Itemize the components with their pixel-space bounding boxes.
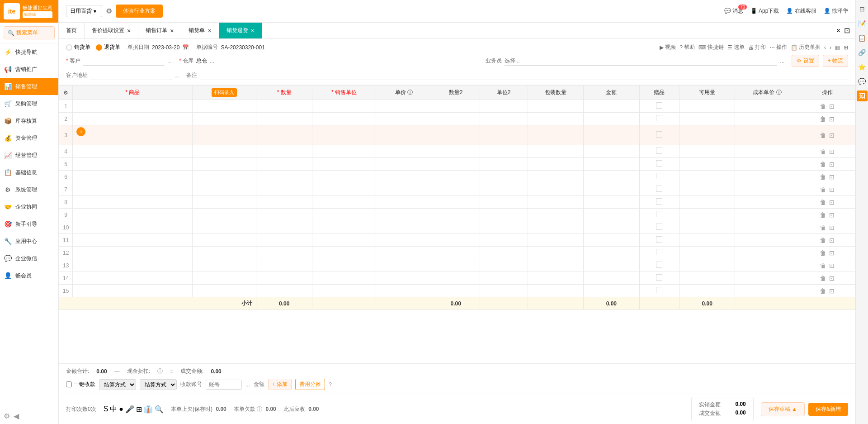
copy-row-icon-12[interactable]: ⊡ xyxy=(829,249,835,257)
amount-cell-6[interactable] xyxy=(584,171,640,183)
product-cell-9[interactable] xyxy=(73,209,193,221)
cost-price-cell-13[interactable] xyxy=(735,259,799,272)
product-cell-14[interactable] xyxy=(73,272,193,285)
quantity-cell-9[interactable] xyxy=(256,209,312,221)
gift-checkbox-11[interactable] xyxy=(656,236,662,243)
quantity-cell-12[interactable] xyxy=(256,247,312,259)
delete-row-icon-14[interactable]: 🗑 xyxy=(820,275,826,282)
sidebar-settings-btn[interactable]: ⚙ xyxy=(4,412,10,420)
delete-row-icon-4[interactable]: 🗑 xyxy=(820,148,826,155)
unit2-cell-13[interactable] xyxy=(480,259,528,272)
gift-checkbox-7[interactable] xyxy=(656,186,662,192)
unit-price-cell-3[interactable] xyxy=(376,125,432,145)
action-video[interactable]: ▶ 视频 xyxy=(660,43,676,51)
warehouse-dots[interactable]: ... xyxy=(210,58,214,64)
quantity2-cell-5[interactable] xyxy=(432,158,480,171)
cost-price-cell-8[interactable] xyxy=(735,196,799,209)
delete-row-icon-5[interactable]: 🗑 xyxy=(820,161,826,168)
sidebar-item-member[interactable]: 👤 畅会员 xyxy=(0,267,58,284)
product-cell-13[interactable] xyxy=(73,259,193,272)
sales-unit-cell-15[interactable] xyxy=(312,285,376,297)
gift-checkbox-12[interactable] xyxy=(656,249,662,255)
gift-checkbox-1[interactable] xyxy=(656,102,662,109)
pkg-qty-cell-7[interactable] xyxy=(528,183,584,196)
available-cell-4[interactable] xyxy=(679,145,735,158)
copy-row-icon-15[interactable]: ⊡ xyxy=(829,287,835,295)
delete-row-icon-1[interactable]: 🗑 xyxy=(820,103,826,110)
sales-unit-cell-1[interactable] xyxy=(312,100,376,113)
gift-cell-1[interactable] xyxy=(639,100,679,113)
save-draft-button[interactable]: 保存草稿 ▲ xyxy=(761,402,805,416)
right-panel-icon-5[interactable]: ⭐ xyxy=(857,62,868,72)
gift-checkbox-6[interactable] xyxy=(656,173,662,179)
quantity-cell-8[interactable] xyxy=(256,196,312,209)
barcode-scan-button[interactable]: 扫码录入 xyxy=(212,88,237,97)
unit-price-cell-14[interactable] xyxy=(376,272,432,285)
address-dots[interactable]: ... xyxy=(175,72,179,79)
quantity-cell-1[interactable] xyxy=(256,100,312,113)
available-cell-10[interactable] xyxy=(679,221,735,234)
delete-row-icon-10[interactable]: 🗑 xyxy=(820,224,826,231)
online-service-button[interactable]: 👤 在线客服 xyxy=(786,7,816,15)
quantity2-cell-13[interactable] xyxy=(432,259,480,272)
right-panel-icon-4[interactable]: 🔗 xyxy=(857,47,868,58)
tab-price-settings[interactable]: 售价提取设置 × xyxy=(85,23,138,38)
tab-close-sales-order[interactable]: × xyxy=(170,28,174,34)
app-download-button[interactable]: 📱 App下载 xyxy=(750,7,779,15)
pkg-qty-cell-14[interactable] xyxy=(528,272,584,285)
copy-row-icon-3[interactable]: ⊡ xyxy=(829,132,835,139)
pkg-qty-cell-2[interactable] xyxy=(528,113,584,125)
sales-unit-cell-3[interactable] xyxy=(312,125,376,145)
quantity2-cell-8[interactable] xyxy=(432,196,480,209)
staff-dots[interactable]: ... xyxy=(780,58,784,64)
pkg-qty-cell-12[interactable] xyxy=(528,247,584,259)
gift-cell-8[interactable] xyxy=(639,196,679,209)
cost-price-cell-15[interactable] xyxy=(735,285,799,297)
cost-price-cell-1[interactable] xyxy=(735,100,799,113)
quantity2-cell-14[interactable] xyxy=(432,272,480,285)
tab-close-price-settings[interactable]: × xyxy=(127,28,131,34)
remarks-input[interactable] xyxy=(200,71,848,80)
product-cell-6[interactable] xyxy=(73,171,193,183)
delete-row-icon-12[interactable]: 🗑 xyxy=(820,249,826,257)
action-history[interactable]: 📋 历史单据 xyxy=(791,43,821,51)
available-cell-14[interactable] xyxy=(679,272,735,285)
expense-split-button[interactable]: 费用分摊 xyxy=(295,379,325,390)
unit2-cell-6[interactable] xyxy=(480,171,528,183)
radio-sales-slip[interactable]: 销货单 xyxy=(66,43,90,51)
available-cell-1[interactable] xyxy=(679,100,735,113)
quantity-cell-11[interactable] xyxy=(256,234,312,247)
toolbar-icon-3[interactable]: ● xyxy=(119,405,123,413)
pkg-qty-cell-6[interactable] xyxy=(528,171,584,183)
gift-checkbox-15[interactable] xyxy=(656,287,662,293)
form-add-logistics-button[interactable]: + 物流 xyxy=(823,55,848,67)
unit2-cell-4[interactable] xyxy=(480,145,528,158)
unit2-cell-3[interactable] xyxy=(480,125,528,145)
search-menu-button[interactable]: 🔍 搜索菜单 xyxy=(4,26,55,39)
sidebar-item-system[interactable]: ⚙ 系统管理 xyxy=(0,181,58,198)
unit-price-cell-6[interactable] xyxy=(376,171,432,183)
tab-home[interactable]: 首页 xyxy=(59,23,85,38)
unit-price-cell-5[interactable] xyxy=(376,158,432,171)
quantity2-cell-1[interactable] xyxy=(432,100,480,113)
available-cell-5[interactable] xyxy=(679,158,735,171)
pkg-qty-cell-11[interactable] xyxy=(528,234,584,247)
unit-price-cell-13[interactable] xyxy=(376,259,432,272)
save-and-new-button[interactable]: 保存&新增 xyxy=(808,403,848,416)
gift-cell-5[interactable] xyxy=(639,158,679,171)
unit2-cell-11[interactable] xyxy=(480,234,528,247)
cost-price-cell-2[interactable] xyxy=(735,113,799,125)
amount-cell-8[interactable] xyxy=(584,196,640,209)
quantity2-cell-15[interactable] xyxy=(432,285,480,297)
quantity-cell-14[interactable] xyxy=(256,272,312,285)
amount-cell-4[interactable] xyxy=(584,145,640,158)
gift-checkbox-8[interactable] xyxy=(656,198,662,205)
right-panel-icon-7[interactable]: 🖼 xyxy=(857,91,868,101)
copy-row-icon-14[interactable]: ⊡ xyxy=(829,275,835,282)
sales-unit-cell-12[interactable] xyxy=(312,247,376,259)
amount-cell-1[interactable] xyxy=(584,100,640,113)
unit2-cell-14[interactable] xyxy=(480,272,528,285)
cost-price-cell-12[interactable] xyxy=(735,247,799,259)
quantity2-cell-2[interactable] xyxy=(432,113,480,125)
sidebar-item-newbie[interactable]: 🎯 新手引导 xyxy=(0,215,58,233)
